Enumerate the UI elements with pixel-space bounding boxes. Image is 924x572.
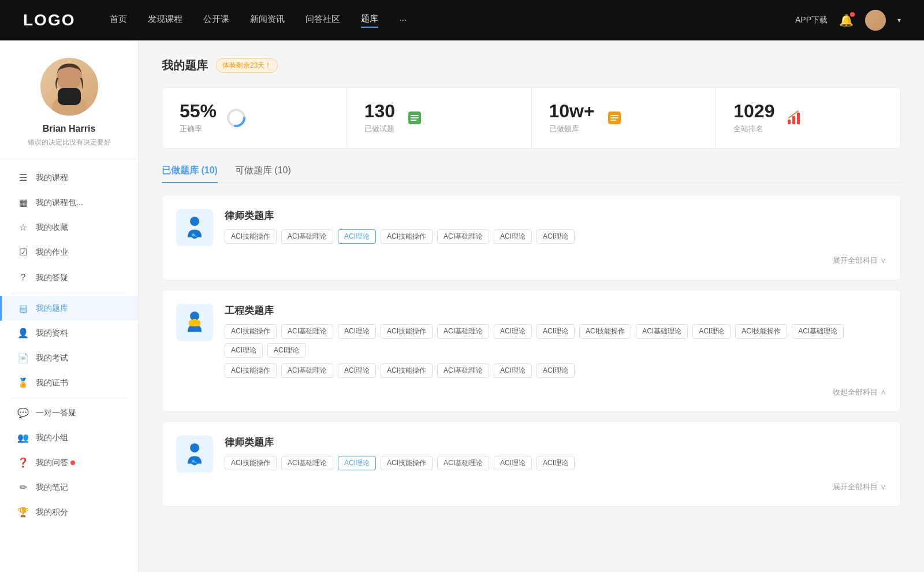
sidebar-item-6[interactable]: 👤我的资料 [0,321,138,346]
tag-2-6[interactable]: ACI理论 [536,456,575,470]
sidebar-item-2[interactable]: ☆我的收藏 [0,215,138,240]
svg-rect-15 [797,113,800,124]
sidebar-item-8[interactable]: 🏅我的证书 [0,370,138,395]
profile-avatar-svg [40,58,98,116]
sidebar-item-13[interactable]: 🏆我的积分 [0,500,138,525]
tag-1-11[interactable]: ACI基础理论 [792,324,844,339]
sidebar-item-7[interactable]: 📄我的考试 [0,346,138,370]
nav-link-···[interactable]: ··· [399,14,407,27]
tag-2-1[interactable]: ACI基础理论 [281,456,333,470]
sidebar-item-0[interactable]: ☰我的课程 [0,165,138,190]
notification-dot [850,12,855,17]
chevron-down-icon[interactable]: ▾ [897,16,901,24]
sidebar-item-1[interactable]: ▦我的课程包... [0,190,138,215]
tag-0-6[interactable]: ACI理论 [536,229,575,244]
tag2-1-5[interactable]: ACI理论 [494,363,532,378]
sidebar-label-10: 我的小组 [36,433,68,443]
page-header: 我的题库 体验剩余23天！ [162,58,901,73]
sidebar-item-12[interactable]: ✏我的笔记 [0,475,138,500]
tag-2-3[interactable]: ACI技能操作 [381,456,433,470]
tag2-1-0[interactable]: ACI技能操作 [225,363,277,378]
sidebar-item-10[interactable]: 👥我的小组 [0,425,138,450]
nav-link-问答社区[interactable]: 问答社区 [305,14,340,27]
tag-2-5[interactable]: ACI理论 [494,456,532,470]
tag-1-13[interactable]: ACI理论 [267,343,305,358]
tag-2-0[interactable]: ACI技能操作 [225,456,277,470]
tag-1-0[interactable]: ACI技能操作 [225,324,277,339]
sidebar-label-13: 我的积分 [36,507,68,518]
sidebar-profile: Brian Harris 错误的决定比没有决定要好 [0,40,138,159]
tag-1-5[interactable]: ACI理论 [494,324,532,339]
tag2-1-4[interactable]: ACI基础理论 [437,363,489,378]
page-title: 我的题库 [162,58,208,73]
bank-title-1: 工程类题库 [225,304,886,317]
sidebar-icon-2: ☆ [17,222,29,233]
tag-1-3[interactable]: ACI技能操作 [381,324,433,339]
stat-item-2: 10w+已做题库 [532,88,717,148]
tag-1-6[interactable]: ACI理论 [536,324,575,339]
nav-link-新闻资讯[interactable]: 新闻资讯 [250,14,285,27]
tag-0-0[interactable]: ACI技能操作 [225,229,277,244]
tag-0-4[interactable]: ACI基础理论 [437,229,489,244]
bank-tags-2: ACI技能操作ACI基础理论ACI理论ACI技能操作ACI基础理论ACI理论AC… [225,456,886,470]
svg-point-16 [190,217,199,226]
sidebar-item-4[interactable]: ？我的答疑 [0,265,138,291]
tag-1-1[interactable]: ACI基础理论 [281,324,333,339]
tag-2-2[interactable]: ACI理论 [338,456,376,470]
bank-tags-0: ACI技能操作ACI基础理论ACI理论ACI技能操作ACI基础理论ACI理论AC… [225,229,886,244]
tag2-1-2[interactable]: ACI理论 [338,363,376,378]
tag-1-9[interactable]: ACI理论 [692,324,731,339]
tag-1-7[interactable]: ACI技能操作 [579,324,631,339]
tag2-1-1[interactable]: ACI基础理论 [281,363,333,378]
tab-1[interactable]: 可做题库 (10) [235,165,291,183]
nav-link-发现课程[interactable]: 发现课程 [148,14,182,27]
nav-right: APP下载 🔔 ▾ [795,10,901,31]
svg-rect-14 [792,116,795,124]
stat-icon-3 [784,107,804,128]
nav-link-首页[interactable]: 首页 [110,14,127,27]
stats-row: 55%正确率 130已做试题 10w+已做题库 1029全站排名 [162,87,901,148]
svg-point-22 [190,443,199,452]
tag-1-4[interactable]: ACI基础理论 [437,324,489,339]
main-layout: Brian Harris 错误的决定比没有决定要好 ☰我的课程▦我的课程包...… [0,40,924,572]
sidebar-icon-12: ✏ [17,482,29,493]
notification-bell[interactable]: 🔔 [839,13,854,27]
sidebar-item-5[interactable]: ▤我的题库 [0,296,138,321]
tag-0-1[interactable]: ACI基础理论 [281,229,333,244]
trial-badge: 体验剩余23天！ [216,58,278,73]
sidebar-item-3[interactable]: ☑我的作业 [0,240,138,265]
tag-1-12[interactable]: ACI理论 [225,343,263,358]
tab-0[interactable]: 已做题库 (10) [162,165,218,183]
sidebar-label-5: 我的题库 [36,303,68,314]
tag-1-8[interactable]: ACI基础理论 [636,324,688,339]
bank-cards: 律师类题库ACI技能操作ACI基础理论ACI理论ACI技能操作ACI基础理论AC… [162,195,901,507]
expand-link-1[interactable]: 收起全部科目 ∧ [833,387,886,398]
tag2-1-6[interactable]: ACI理论 [536,363,575,378]
nav-link-题库[interactable]: 题库 [361,13,378,28]
sidebar-icon-7: 📄 [17,352,29,363]
expand-link-2[interactable]: 展开全部科目 ∨ [833,482,886,492]
tag-1-2[interactable]: ACI理论 [338,324,376,339]
stat-icon-2 [604,107,625,128]
tag-2-4[interactable]: ACI基础理论 [437,456,489,470]
app-download-link[interactable]: APP下载 [795,15,828,25]
avatar[interactable] [865,10,886,31]
sidebar: Brian Harris 错误的决定比没有决定要好 ☰我的课程▦我的课程包...… [0,40,139,572]
tabs-row: 已做题库 (10)可做题库 (10) [162,165,901,183]
svg-rect-13 [788,120,791,124]
stat-label-0: 正确率 [180,124,217,134]
tag-0-2[interactable]: ACI理论 [338,229,376,244]
sidebar-item-11[interactable]: ❓我的问答 [0,450,138,475]
sidebar-icon-3: ☑ [17,247,29,258]
sidebar-label-3: 我的作业 [36,247,68,258]
tag-0-3[interactable]: ACI技能操作 [381,229,433,244]
expand-link-0[interactable]: 展开全部科目 ∨ [833,255,886,266]
sidebar-icon-6: 👤 [17,328,29,339]
tag-0-5[interactable]: ACI理论 [494,229,532,244]
nav-link-公开课[interactable]: 公开课 [203,14,229,27]
profile-motto: 错误的决定比没有决定要好 [28,138,111,147]
svg-rect-8 [411,120,416,121]
tag2-1-3[interactable]: ACI技能操作 [381,363,433,378]
sidebar-item-9[interactable]: 💬一对一答疑 [0,400,138,425]
tag-1-10[interactable]: ACI技能操作 [735,324,787,339]
